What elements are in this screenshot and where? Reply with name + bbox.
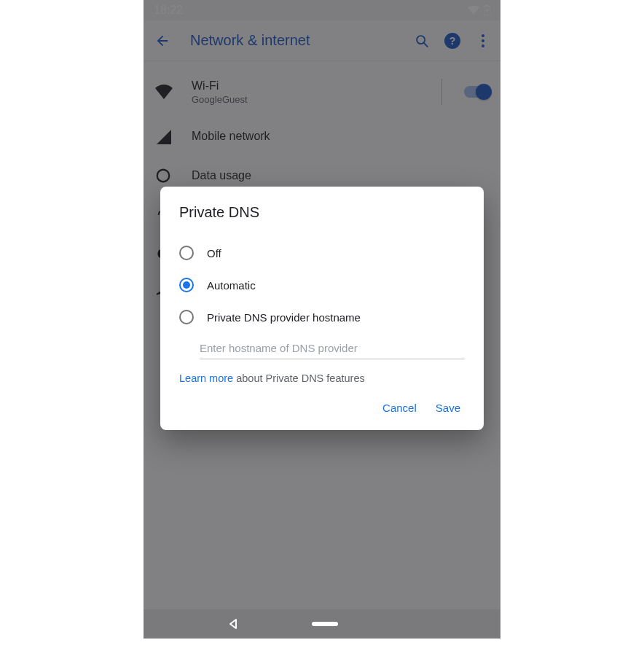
radio-label-provider: Private DNS provider hostname: [207, 311, 361, 324]
save-button[interactable]: Save: [436, 402, 460, 414]
phone-frame: 18:22 Network & internet ?: [144, 0, 500, 639]
private-dns-dialog: Private DNS Off Automatic Private DNS pr…: [160, 187, 484, 430]
nav-back-icon[interactable]: [224, 615, 242, 633]
cancel-button[interactable]: Cancel: [382, 402, 417, 414]
radio-label-off: Off: [207, 247, 221, 259]
radio-option-automatic[interactable]: Automatic: [179, 269, 465, 301]
radio-icon: [179, 246, 194, 260]
radio-icon-selected: [179, 278, 194, 292]
dns-hostname-input[interactable]: [200, 337, 465, 359]
radio-option-provider[interactable]: Private DNS provider hostname: [179, 301, 465, 333]
radio-label-automatic: Automatic: [207, 279, 256, 292]
radio-option-off[interactable]: Off: [179, 237, 465, 269]
system-nav-bar: [144, 609, 500, 639]
dialog-title: Private DNS: [179, 204, 465, 221]
learn-more-line: Learn more about Private DNS features: [179, 372, 465, 384]
radio-icon: [179, 310, 194, 324]
nav-home-pill[interactable]: [312, 622, 338, 626]
learn-more-link[interactable]: Learn more: [179, 372, 233, 384]
learn-more-text: about Private DNS features: [233, 372, 365, 384]
